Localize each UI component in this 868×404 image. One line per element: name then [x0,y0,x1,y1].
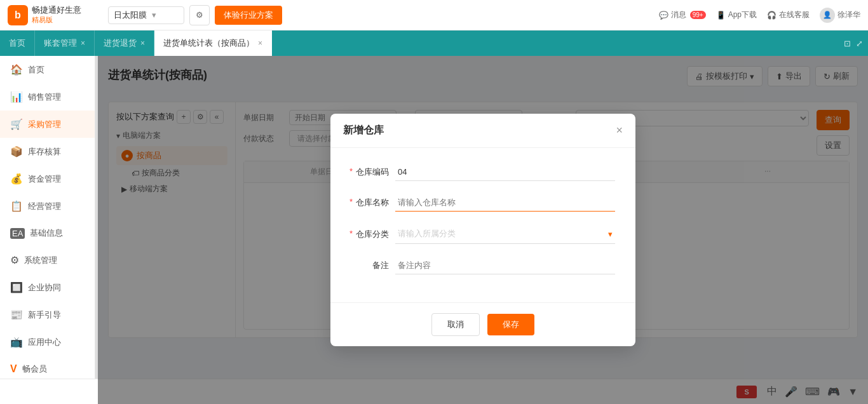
app-download-btn[interactable]: 📱 App下载 [716,10,757,20]
tab-right-controls: ⊡ ⤢ [844,39,868,48]
dialog-body: 仓库编码 仓库名称 仓库分类 请输入所属分类 ▾ [330,148,635,302]
sidebar-item-appstore[interactable]: 📺 应用中心 [0,328,95,356]
remark-label: 备注 [351,260,395,271]
sidebar-item-enterprise[interactable]: 🔲 企业协同 [0,274,95,301]
sidebar-home-label: 首页 [28,64,44,76]
sidebar-item-system[interactable]: ⚙ 系统管理 [0,246,95,274]
message-icon: 💬 [659,11,668,20]
tab-home-label: 首页 [9,37,25,49]
service-icon: 🎧 [767,11,776,20]
new-warehouse-dialog: 新增仓库 × 仓库编码 仓库名称 仓库分类 [330,114,635,346]
message-btn[interactable]: 💬 消息 99+ [659,10,706,20]
sidebar-appstore-label: 应用中心 [28,337,61,348]
sidebar-item-inventory[interactable]: 📦 库存核算 [0,138,95,165]
form-row-name: 仓库名称 [351,194,615,212]
category-placeholder: 请输入所属分类 [398,228,608,239]
dialog-footer: 取消 保存 [330,302,635,346]
inventory-icon: 📦 [10,145,23,158]
warehouse-category-select[interactable]: 请输入所属分类 ▾ [395,224,615,244]
trial-button[interactable]: 体验行业方案 [215,6,282,25]
app-icon: 📱 [716,11,726,20]
message-badge: 99+ [690,11,706,19]
sidebar-sales-label: 销售管理 [28,91,61,103]
brand-name: 畅捷通好生意 [32,5,81,16]
sidebar-finance-label: 资金管理 [28,173,61,185]
sidebar-purchase-label: 采购管理 [28,119,61,130]
tab-purchase-stats-label: 进货单统计表（按商品） [163,37,254,49]
save-button[interactable]: 保存 [487,314,534,335]
form-row-remark: 备注 [351,257,615,274]
dialog-header: 新增仓库 × [330,114,635,148]
msg-label: 消息 [671,10,686,20]
tab-purchase-return-close[interactable]: × [140,39,145,48]
tab-purchase-stats[interactable]: 进货单统计表（按商品） × [154,30,272,56]
category-label: 仓库分类 [351,229,395,240]
store-selector[interactable]: 日太阳膜 ▾ [108,6,184,24]
system-icon: ⚙ [10,254,19,266]
appstore-icon: 📺 [10,336,23,348]
tab-account-close[interactable]: × [81,39,85,48]
edition-label: 精易版 [32,15,81,25]
top-header: b 畅捷通好生意 精易版 日太阳膜 ▾ ⚙ 体验行业方案 💬 消息 99+ 📱 … [0,0,868,30]
operation-icon: 📋 [10,200,23,212]
user-name: 徐泽华 [837,10,860,20]
app-label: App下载 [728,10,757,20]
sidebar-basic-info-label: 基础信息 [30,227,63,239]
sidebar-vip-label: 畅会员 [22,363,47,375]
tab-fullscreen-icon[interactable]: ⤢ [856,39,863,48]
code-label: 仓库编码 [351,166,395,178]
sidebar-item-sales[interactable]: 📊 销售管理 [0,83,95,111]
app-logo: b [8,5,28,25]
basic-info-icon: EA [10,228,25,239]
sidebar-guide-label: 新手引导 [28,309,61,321]
sidebar-item-purchase[interactable]: 🛒 采购管理 [0,111,95,138]
settings-icon[interactable]: ⚙ [189,5,210,25]
enterprise-icon: 🔲 [10,281,23,293]
service-label: 在线客服 [779,10,810,20]
tab-window-icon[interactable]: ⊡ [844,39,851,48]
sidebar-item-home[interactable]: 🏠 首页 [0,56,95,83]
sidebar-operation-label: 经营管理 [28,201,61,212]
form-row-code: 仓库编码 [351,163,615,181]
logo-area: b 畅捷通好生意 精易版 [8,5,103,25]
sidebar-item-operation[interactable]: 📋 经营管理 [0,192,95,220]
tab-account[interactable]: 账套管理 × [35,30,95,56]
tab-bar: 首页 账套管理 × 进货退货 × 进货单统计表（按商品） × ⊡ ⤢ [0,30,868,56]
warehouse-code-input[interactable] [395,163,615,181]
sidebar-enterprise-label: 企业协同 [28,282,61,293]
header-search: 日太阳膜 ▾ ⚙ 体验行业方案 [108,5,654,25]
warehouse-name-input[interactable] [395,194,615,212]
tab-purchase-return-label: 进货退货 [104,37,137,49]
category-chevron-icon: ▾ [608,229,613,239]
chevron-down-icon: ▾ [152,10,156,20]
tab-purchase-stats-close[interactable]: × [258,39,262,48]
name-label: 仓库名称 [351,197,395,208]
modal-overlay: 新增仓库 × 仓库编码 仓库名称 仓库分类 [98,56,868,404]
cancel-button[interactable]: 取消 [431,313,480,336]
sidebar-item-basic-info[interactable]: EA 基础信息 [0,220,95,246]
vip-icon: V [10,363,17,375]
home-icon: 🏠 [10,64,23,76]
content-area: 进货单统计(按商品) 🖨 按模板打印 ▾ ⬆ 导出 ↻ 刷新 [98,56,868,404]
sales-icon: 📊 [10,91,23,103]
purchase-icon: 🛒 [10,118,23,130]
dialog-title: 新增仓库 [343,124,384,137]
tab-purchase-return[interactable]: 进货退货 × [95,30,154,56]
main-layout: 🏠 首页 📊 销售管理 🛒 采购管理 📦 库存核算 💰 资金管理 📋 经营管理 … [0,56,868,404]
finance-icon: 💰 [10,173,23,185]
dialog-close-button[interactable]: × [616,124,623,137]
sidebar: 🏠 首页 📊 销售管理 🛒 采购管理 📦 库存核算 💰 资金管理 📋 经营管理 … [0,56,95,404]
guide-icon: 📰 [10,309,23,321]
sidebar-inventory-label: 库存核算 [28,146,61,158]
online-service-btn[interactable]: 🎧 在线客服 [767,10,810,20]
tab-home[interactable]: 首页 [0,30,35,56]
sidebar-system-label: 系统管理 [24,255,57,266]
warehouse-remark-input[interactable] [395,257,615,274]
sidebar-item-guide[interactable]: 📰 新手引导 [0,301,95,328]
tab-account-label: 账套管理 [44,37,77,49]
user-profile-btn[interactable]: 👤 徐泽华 [820,8,860,23]
store-name: 日太阳膜 [114,10,147,21]
sidebar-item-finance[interactable]: 💰 资金管理 [0,165,95,192]
form-row-category: 仓库分类 请输入所属分类 ▾ [351,224,615,244]
user-avatar: 👤 [820,8,835,23]
